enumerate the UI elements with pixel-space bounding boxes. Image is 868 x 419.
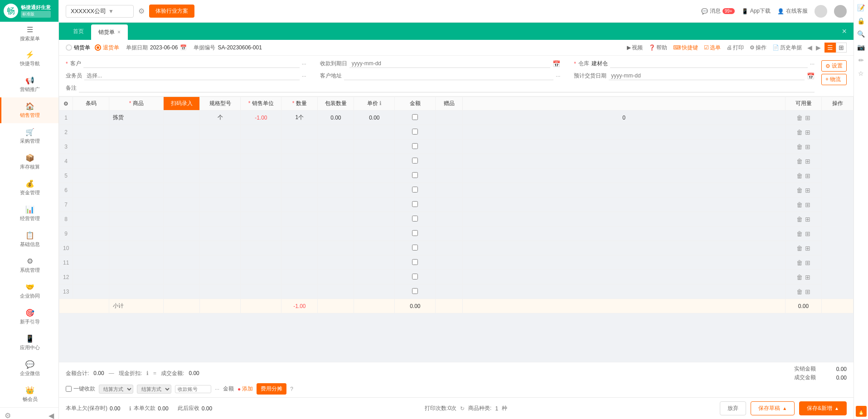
row-gift[interactable]	[395, 111, 436, 125]
close-window-icon[interactable]: ×	[842, 27, 847, 36]
expected-date-input[interactable]	[609, 72, 805, 80]
settings-icon[interactable]: ⚙	[138, 7, 145, 15]
copy-row-btn[interactable]: ⊞	[805, 114, 810, 121]
delete-row-btn[interactable]: 🗑	[796, 288, 803, 295]
save-new-button[interactable]: 保存&新增 ▲	[799, 401, 847, 415]
sidebar-item-inventory[interactable]: 📦 库存核算	[0, 149, 58, 175]
row-barcode[interactable]	[73, 111, 109, 125]
col-scan[interactable]: 扫码录入	[164, 97, 200, 111]
add-payment-btn[interactable]: ● 添加	[238, 385, 253, 393]
gift-checkbox[interactable]	[398, 216, 432, 222]
copy-row-btn[interactable]: ⊞	[805, 187, 810, 194]
sidebar-item-guide[interactable]: 🎯 新手引导	[0, 304, 58, 330]
settings-button[interactable]: ⚙ ⚙ 设置 设置	[821, 60, 847, 72]
delete-row-btn[interactable]: 🗑	[796, 129, 803, 136]
gift-checkbox[interactable]	[398, 143, 432, 149]
app-download-button[interactable]: 📱 App下载	[742, 7, 771, 15]
delete-row-btn[interactable]: 🗑	[796, 259, 803, 266]
delete-row-btn[interactable]: 🗑	[796, 274, 803, 281]
salesperson-dots-icon[interactable]: ···	[302, 73, 306, 79]
delete-row-btn[interactable]: 🗑	[796, 158, 803, 165]
right-panel-star-btn[interactable]: ☆	[856, 68, 867, 79]
gift-checkbox[interactable]	[398, 158, 432, 164]
gift-checkbox[interactable]	[398, 187, 432, 193]
service-button[interactable]: 👤 在线客服	[777, 7, 808, 15]
settings-col-icon[interactable]: ⚙	[63, 101, 68, 107]
notes-input[interactable]	[79, 84, 815, 92]
next-arrow[interactable]: ▶	[815, 44, 822, 51]
message-button[interactable]: 💬 消息 99+	[701, 7, 735, 15]
refresh-icon[interactable]: ↻	[460, 405, 465, 412]
barcode-input[interactable]	[77, 115, 105, 121]
calendar-icon-payment[interactable]: 📅	[553, 60, 560, 67]
delete-row-btn[interactable]: 🗑	[796, 230, 803, 237]
customer-dots-icon[interactable]: ···	[302, 61, 306, 67]
delete-row-btn[interactable]: 🗑	[796, 114, 803, 121]
customer-address-input[interactable]	[344, 72, 554, 80]
copy-row-btn[interactable]: ⊞	[805, 288, 810, 295]
gift-checkbox[interactable]	[398, 230, 432, 236]
history-btn[interactable]: 📄 历史单据	[771, 43, 804, 53]
copy-row-btn[interactable]: ⊞	[805, 274, 810, 281]
radio-sales[interactable]: 销货单	[66, 44, 90, 52]
row-amount[interactable]: 0.00	[354, 111, 395, 125]
video-btn[interactable]: ▶ 视频	[625, 43, 645, 53]
calendar-icon[interactable]: 📅	[180, 44, 187, 51]
right-panel-edit-btn[interactable]: ✏	[856, 55, 867, 66]
copy-row-btn[interactable]: ⊞	[805, 143, 810, 150]
avatar-extra[interactable]	[834, 5, 847, 18]
row-pack-qty[interactable]: 1个	[281, 111, 318, 125]
operation-btn[interactable]: ⚙ 操作	[748, 43, 768, 53]
sidebar-item-collab[interactable]: 🤝 企业协同	[0, 278, 58, 304]
logistics-button[interactable]: + 物流	[821, 74, 847, 85]
tab-sales-order[interactable]: 销货单 ×	[91, 24, 128, 40]
right-panel-fire-btn[interactable]: 🔥	[856, 406, 867, 417]
sidebar-item-system[interactable]: ⚙ 系统管理	[0, 252, 58, 278]
gift-checkbox[interactable]	[398, 259, 432, 265]
row-unit[interactable]: 个	[200, 111, 241, 125]
help-btn[interactable]: ❓ 帮助	[647, 43, 669, 53]
expense-help-icon[interactable]: ?	[290, 386, 293, 392]
copy-row-btn[interactable]: ⊞	[805, 216, 810, 223]
gift-checkbox[interactable]	[398, 172, 432, 178]
copy-row-btn[interactable]: ⊞	[805, 129, 810, 136]
right-panel-search-btn[interactable]: 🔍	[856, 29, 867, 39]
sidebar-item-wechat[interactable]: 💬 企业微信	[0, 356, 58, 381]
payment-method-select2[interactable]: 结算方式	[137, 385, 171, 394]
sidebar-item-sales[interactable]: 🏠 销售管理	[0, 97, 58, 123]
avatar[interactable]	[815, 5, 827, 18]
right-panel-lock-btn[interactable]: 🔒	[856, 15, 867, 26]
trial-button[interactable]: 体验行业方案	[149, 5, 194, 18]
one-click-pay-checkbox[interactable]: 一键收款	[66, 385, 95, 393]
gift-checkbox[interactable]	[398, 129, 432, 135]
delete-row-btn[interactable]: 🗑	[796, 172, 803, 179]
select-btn[interactable]: ☑ 选单	[702, 43, 723, 53]
payment-date-input[interactable]	[349, 59, 551, 68]
grid-view-btn[interactable]: ⊞	[836, 43, 847, 53]
customer-input[interactable]	[83, 59, 300, 68]
gift-checkbox[interactable]	[398, 245, 432, 250]
warehouse-dots-icon[interactable]: ···	[810, 61, 815, 67]
gift-checkbox[interactable]	[398, 288, 432, 294]
delete-row-btn[interactable]: 🗑	[796, 216, 803, 223]
sidebar-item-marketing[interactable]: 📢 营销推广	[0, 72, 58, 97]
copy-row-btn[interactable]: ⊞	[805, 172, 810, 179]
expense-split-btn[interactable]: 费用分摊	[257, 383, 286, 395]
settings-bottom-icon[interactable]: ⚙	[5, 411, 11, 419]
right-panel-note-btn[interactable]: 📝	[856, 2, 867, 13]
collapse-icon[interactable]: ◀	[48, 411, 54, 419]
sidebar-item-basic[interactable]: 📋 基础信息	[0, 226, 58, 252]
delete-row-btn[interactable]: 🗑	[796, 143, 803, 150]
sidebar-item-member[interactable]: 👑 畅会员	[0, 381, 58, 407]
copy-row-btn[interactable]: ⊞	[805, 230, 810, 237]
row-unit-price[interactable]: 0.00	[318, 111, 354, 125]
tab-close-icon[interactable]: ×	[117, 29, 121, 35]
sidebar-item-operation[interactable]: 📊 经营管理	[0, 201, 58, 226]
sidebar-item-purchase[interactable]: 🛒 采购管理	[0, 123, 58, 149]
account-input[interactable]	[175, 385, 211, 393]
sidebar-item-appstore[interactable]: 📱 应用中心	[0, 330, 58, 356]
gift-checkbox[interactable]	[398, 114, 432, 120]
company-selector[interactable]: XXXXXX公司 ▼	[66, 5, 134, 18]
copy-row-btn[interactable]: ⊞	[805, 201, 810, 208]
one-click-checkbox[interactable]	[66, 386, 72, 392]
